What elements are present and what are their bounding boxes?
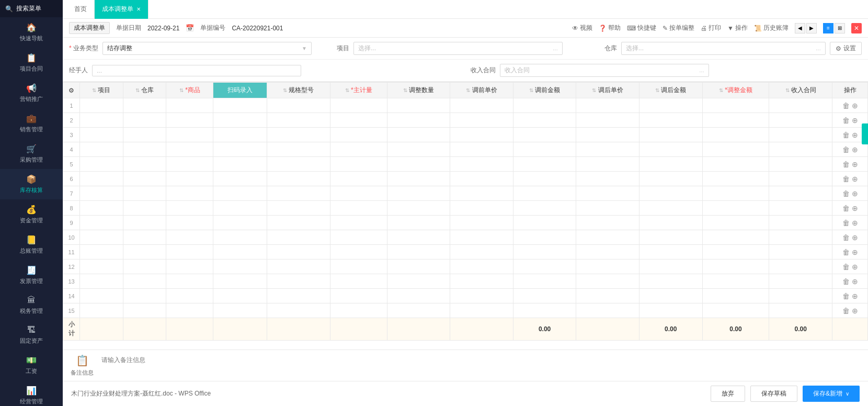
- row-12-income-contract[interactable]: [769, 260, 832, 274]
- row-11-project[interactable]: [80, 245, 123, 260]
- row-11-adjust-amount[interactable]: [702, 245, 769, 260]
- row-5-spec[interactable]: [267, 157, 330, 172]
- sidebar-item-finance[interactable]: 💰 资金管理: [0, 199, 63, 230]
- row-13-before-price[interactable]: [450, 274, 513, 289]
- row-9-qty[interactable]: [387, 216, 450, 230]
- row-8-after-price[interactable]: [576, 201, 639, 216]
- row-3-spec[interactable]: [267, 128, 330, 142]
- row-1-income-contract[interactable]: [769, 98, 832, 113]
- row-12-after-amount[interactable]: [639, 260, 702, 274]
- row-13-delete-btn[interactable]: 🗑: [842, 277, 850, 286]
- row-9-after-amount[interactable]: [639, 216, 702, 230]
- row-2-before-price[interactable]: [450, 113, 513, 128]
- row-5-copy-btn[interactable]: ⊕: [852, 160, 858, 168]
- row-11-after-amount[interactable]: [639, 245, 702, 260]
- sidebar-item-payroll[interactable]: 💵 工资: [0, 350, 63, 380]
- row-7-project[interactable]: [80, 186, 123, 201]
- row-8-before-price[interactable]: [450, 201, 513, 216]
- business-type-input[interactable]: 结存调整 ▼: [102, 42, 312, 55]
- row-14-copy-btn[interactable]: ⊕: [852, 292, 858, 300]
- row-2-scan[interactable]: [213, 113, 267, 128]
- col-scan[interactable]: 扫码录入: [213, 83, 267, 98]
- row-13-scan[interactable]: [213, 274, 267, 289]
- row-12-product[interactable]: [166, 260, 213, 274]
- row-7-qty[interactable]: [387, 186, 450, 201]
- row-5-warehouse[interactable]: [123, 157, 166, 172]
- row-12-adjust-amount[interactable]: [702, 260, 769, 274]
- row-11-before-price[interactable]: [450, 245, 513, 260]
- row-1-adjust-amount[interactable]: [702, 98, 769, 113]
- warehouse-input[interactable]: 选择... …: [621, 42, 826, 55]
- row-10-unit[interactable]: [330, 230, 387, 245]
- row-4-adjust-amount[interactable]: [702, 142, 769, 157]
- window-close-btn[interactable]: ✕: [851, 23, 862, 33]
- row-14-income-contract[interactable]: [769, 289, 832, 303]
- row-11-spec[interactable]: [267, 245, 330, 260]
- row-12-before-price[interactable]: [450, 260, 513, 274]
- row-13-warehouse[interactable]: [123, 274, 166, 289]
- row-4-scan[interactable]: [213, 142, 267, 157]
- row-13-unit[interactable]: [330, 274, 387, 289]
- row-13-product[interactable]: [166, 274, 213, 289]
- row-3-copy-btn[interactable]: ⊕: [852, 131, 858, 139]
- row-6-before-amount[interactable]: [513, 172, 576, 186]
- row-10-qty[interactable]: [387, 230, 450, 245]
- row-2-unit[interactable]: [330, 113, 387, 128]
- row-2-delete-btn[interactable]: 🗑: [842, 116, 850, 125]
- row-10-income-contract[interactable]: [769, 230, 832, 245]
- row-7-warehouse[interactable]: [123, 186, 166, 201]
- row-2-adjust-amount[interactable]: [702, 113, 769, 128]
- row-9-project[interactable]: [80, 216, 123, 230]
- action-batch-edit[interactable]: ✎ 按单编整: [663, 24, 694, 32]
- row-3-product[interactable]: [166, 128, 213, 142]
- action-operation[interactable]: ▼ 操作: [727, 24, 748, 32]
- row-5-after-amount[interactable]: [639, 157, 702, 172]
- sidebar-item-inventory[interactable]: 📦 库存核算: [0, 169, 63, 199]
- row-3-scan[interactable]: [213, 128, 267, 142]
- tab-close-icon[interactable]: ✕: [136, 6, 141, 12]
- row-4-project[interactable]: [80, 142, 123, 157]
- row-4-before-price[interactable]: [450, 142, 513, 157]
- row-4-unit[interactable]: [330, 142, 387, 157]
- row-13-before-amount[interactable]: [513, 274, 576, 289]
- row-3-unit[interactable]: [330, 128, 387, 142]
- row-8-copy-btn[interactable]: ⊕: [852, 204, 858, 212]
- row-9-scan[interactable]: [213, 216, 267, 230]
- row-2-qty[interactable]: [387, 113, 450, 128]
- row-3-before-amount[interactable]: [513, 128, 576, 142]
- sidebar-item-operations[interactable]: 📊 经营管理: [0, 380, 63, 406]
- row-15-copy-btn[interactable]: ⊕: [852, 307, 858, 315]
- row-10-after-price[interactable]: [576, 230, 639, 245]
- row-1-project[interactable]: [80, 98, 123, 113]
- row-1-warehouse[interactable]: [123, 98, 166, 113]
- row-11-after-price[interactable]: [576, 245, 639, 260]
- row-14-warehouse[interactable]: [123, 289, 166, 303]
- row-8-product[interactable]: [166, 201, 213, 216]
- row-13-after-price[interactable]: [576, 274, 639, 289]
- settings-btn[interactable]: ⚙ 设置: [830, 42, 862, 55]
- row-7-income-contract[interactable]: [769, 186, 832, 201]
- row-4-product[interactable]: [166, 142, 213, 157]
- row-11-warehouse[interactable]: [123, 245, 166, 260]
- row-9-warehouse[interactable]: [123, 216, 166, 230]
- row-5-adjust-amount[interactable]: [702, 157, 769, 172]
- row-11-qty[interactable]: [387, 245, 450, 260]
- row-4-after-amount[interactable]: [639, 142, 702, 157]
- row-13-adjust-amount[interactable]: [702, 274, 769, 289]
- income-contract-input[interactable]: 收入合同 …: [500, 64, 709, 77]
- row-12-after-price[interactable]: [576, 260, 639, 274]
- row-1-spec[interactable]: [267, 98, 330, 113]
- action-view[interactable]: 👁 视频: [572, 24, 592, 32]
- row-1-delete-btn[interactable]: 🗑: [842, 102, 850, 110]
- row-10-project[interactable]: [80, 230, 123, 245]
- row-8-scan[interactable]: [213, 201, 267, 216]
- row-1-qty[interactable]: [387, 98, 450, 113]
- row-14-delete-btn[interactable]: 🗑: [842, 292, 850, 300]
- row-5-scan[interactable]: [213, 157, 267, 172]
- row-14-before-price[interactable]: [450, 289, 513, 303]
- row-1-before-amount[interactable]: [513, 98, 576, 113]
- row-10-spec[interactable]: [267, 230, 330, 245]
- row-6-copy-btn[interactable]: ⊕: [852, 175, 858, 183]
- row-15-adjust-amount[interactable]: [702, 303, 769, 318]
- row-15-before-price[interactable]: [450, 303, 513, 318]
